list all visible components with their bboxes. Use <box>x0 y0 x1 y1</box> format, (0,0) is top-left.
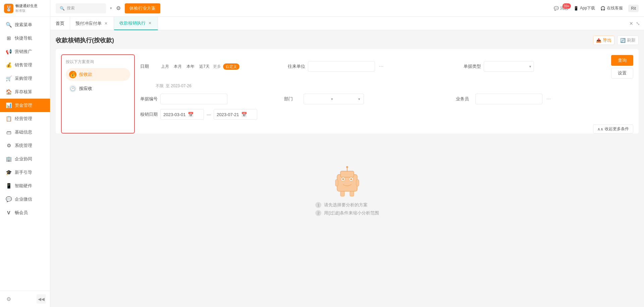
topbar-search[interactable]: 🔍 搜索 <box>56 3 106 13</box>
tabbar: 首页 预付冲应付单 ✕ 收款核销执行 ✕ ✕ ⤡ <box>50 17 644 30</box>
page-title: 收款核销执行(按收款) <box>56 36 114 44</box>
finance-icon: 📊 <box>5 102 12 109</box>
sidebar-item-finance[interactable]: 📊 资金管理 <box>0 99 50 112</box>
collapse-label: 收起更多条件 <box>605 126 629 132</box>
sidebar-item-sales[interactable]: 💰 销售管理 <box>0 58 50 72</box>
sidebar-item-hardware[interactable]: 📱 智能硬件 <box>0 179 50 193</box>
sidebar-item-search-menu[interactable]: 🔍 搜索菜单 <box>0 18 50 32</box>
doctype-select[interactable] <box>484 61 534 72</box>
partner-input[interactable] <box>308 61 375 72</box>
sales-label: 业务员 <box>456 96 473 102</box>
tab-prepay[interactable]: 预付冲应付单 ✕ <box>70 17 114 30</box>
filter-writeoff-date-field: 核销日期 2023-03-01 📅 — 2023-07-21 📅 <box>140 109 633 120</box>
topbar-chevron-icon[interactable]: ▾ <box>110 6 112 10</box>
sidebar-item-purchase[interactable]: 🛒 采购管理 <box>0 72 50 85</box>
writeoff-date-start-input[interactable]: 2023-03-01 📅 <box>160 109 204 120</box>
sidebar-item-guide[interactable]: 🎓 新手引导 <box>0 166 50 179</box>
filter-dept-field: 部门 ▾ <box>284 94 450 104</box>
sidebar-item-label: 销售管理 <box>15 62 32 68</box>
sidebar-item-label: 资金管理 <box>15 102 32 108</box>
sidebar-item-label: 快捷导航 <box>15 35 32 41</box>
sidebar-item-quick-nav[interactable]: ⊞ 快捷导航 <box>0 32 50 45</box>
filter-option-label-collection: 按收款 <box>79 71 92 78</box>
tab-collection-close[interactable]: ✕ <box>148 20 152 26</box>
settings-icon[interactable]: ⚙ <box>4 294 13 304</box>
topbar-search-icon: 🔍 <box>60 6 65 11</box>
sidebar-item-label: 经营管理 <box>15 116 32 122</box>
search-menu-icon: 🔍 <box>5 21 12 28</box>
topbar-app-download[interactable]: 📱 App下载 <box>574 5 595 11</box>
enterprise-icon: 🏢 <box>5 156 12 162</box>
sidebar-collapse-button[interactable]: ◀◀ <box>37 294 46 304</box>
tab-collection-label: 收款核销执行 <box>119 20 146 26</box>
sidebar-item-wechat[interactable]: 💬 企业微信 <box>0 193 50 206</box>
writeoff-date-start-calendar-icon[interactable]: 📅 <box>188 112 194 117</box>
filter-docno-field: 单据编号 <box>140 94 279 104</box>
tab-prepay-close[interactable]: ✕ <box>104 20 108 27</box>
svg-point-11 <box>346 166 348 168</box>
marketing-icon: 📢 <box>5 48 12 55</box>
doctype-select-wrap <box>484 61 534 72</box>
topbar-gear-icon[interactable]: ⚙ <box>116 5 121 11</box>
sales-input[interactable] <box>475 94 542 104</box>
date-shortcut-this-year[interactable]: 本年 <box>185 63 196 70</box>
filter-date-field: 日期 上月 本月 本年 近7天 更多 自定义 <box>140 63 282 70</box>
topbar-search-placeholder: 搜索 <box>67 5 75 11</box>
svg-rect-7 <box>356 180 359 186</box>
svg-rect-1 <box>340 171 354 177</box>
filter-doctype-field: 单据类型 <box>464 61 606 72</box>
basic-icon: 🗃 <box>5 129 12 136</box>
sidebar-item-label: 搜索菜单 <box>15 22 32 28</box>
sidebar-item-enterprise[interactable]: 🏢 企业协同 <box>0 152 50 166</box>
sidebar-item-marketing[interactable]: 📢 营销推广 <box>0 45 50 58</box>
filter-option-by-collection[interactable]: 💰 按收款 <box>66 68 130 81</box>
writeoff-date-end-calendar-icon[interactable]: 📅 <box>241 112 247 117</box>
quick-nav-icon: ⊞ <box>5 35 12 42</box>
date-shortcut-7days[interactable]: 近7天 <box>198 63 211 70</box>
collapse-button[interactable]: ∧∧ 收起更多条件 <box>593 124 633 134</box>
messages-badge: 99+ <box>562 3 571 9</box>
sidebar-item-member[interactable]: V 畅会员 <box>0 206 50 219</box>
tab-home[interactable]: 首页 <box>50 17 70 30</box>
dept-chevron-icon: ▾ <box>331 97 333 101</box>
sidebar-item-basic[interactable]: 🗃 基础信息 <box>0 125 50 139</box>
partner-dots-icon[interactable]: ··· <box>378 63 385 69</box>
topbar-messages[interactable]: 💬 消息 99+ <box>554 5 568 11</box>
filter-actions: 查询 设置 <box>611 54 633 79</box>
docno-input[interactable] <box>160 94 227 104</box>
logo-subtitle: 标准版 <box>15 8 38 13</box>
filter-option-label-receivable: 按应收 <box>79 86 92 92</box>
sidebar-nav: 🔍 搜索菜单 ⊞ 快捷导航 📢 营销推广 💰 销售管理 🛒 采购管理 🏠 库存核… <box>0 17 50 291</box>
member-icon: V <box>5 209 12 216</box>
date-shortcut-last-month[interactable]: 上月 <box>160 63 170 70</box>
sidebar-item-system[interactable]: ⚙ 系统管理 <box>0 139 50 152</box>
topbar-online-service[interactable]: 🎧 在线客服 <box>600 5 623 11</box>
refresh-icon: 🔄 <box>620 38 626 43</box>
filter-option-by-receivable[interactable]: 🕐 按应收 <box>66 82 130 95</box>
tab-home-label: 首页 <box>56 20 64 27</box>
wechat-icon: 💬 <box>5 196 12 203</box>
tab-collection[interactable]: 收款核销执行 ✕ <box>114 17 158 30</box>
page-actions: 📤 导出 🔄 刷新 <box>593 36 639 45</box>
sidebar-item-label: 企业微信 <box>15 196 32 202</box>
solution-button[interactable]: 体验行业方案 <box>125 3 160 13</box>
sidebar-item-operation[interactable]: 📋 经营管理 <box>0 112 50 125</box>
refresh-button[interactable]: 🔄 刷新 <box>617 36 639 45</box>
refresh-label: 刷新 <box>627 37 636 43</box>
tab-expand-icon[interactable]: ⤡ <box>636 21 640 26</box>
page-header: 收款核销执行(按收款) 📤 导出 🔄 刷新 <box>56 36 639 45</box>
sales-dots-icon[interactable]: ··· <box>545 96 552 102</box>
date-shortcut-more[interactable]: 更多 <box>213 64 221 69</box>
date-shortcut-this-month[interactable]: 本月 <box>172 63 183 70</box>
topbar-user[interactable]: Rit <box>628 5 639 12</box>
dept-select[interactable]: ▾ <box>304 94 364 104</box>
sidebar-item-inventory[interactable]: 🏠 库存核算 <box>0 85 50 99</box>
setting-button[interactable]: 设置 <box>611 68 633 79</box>
export-button[interactable]: 📤 导出 <box>593 36 614 45</box>
tabbar-actions: ✕ ⤡ <box>625 21 644 26</box>
query-button[interactable]: 查询 <box>611 55 633 66</box>
sidebar-item-label: 企业协同 <box>15 156 32 162</box>
tab-close-all-icon[interactable]: ✕ <box>629 21 633 26</box>
writeoff-date-end-input[interactable]: 2023-07-21 📅 <box>214 109 257 120</box>
date-shortcut-custom[interactable]: 自定义 <box>223 63 239 70</box>
